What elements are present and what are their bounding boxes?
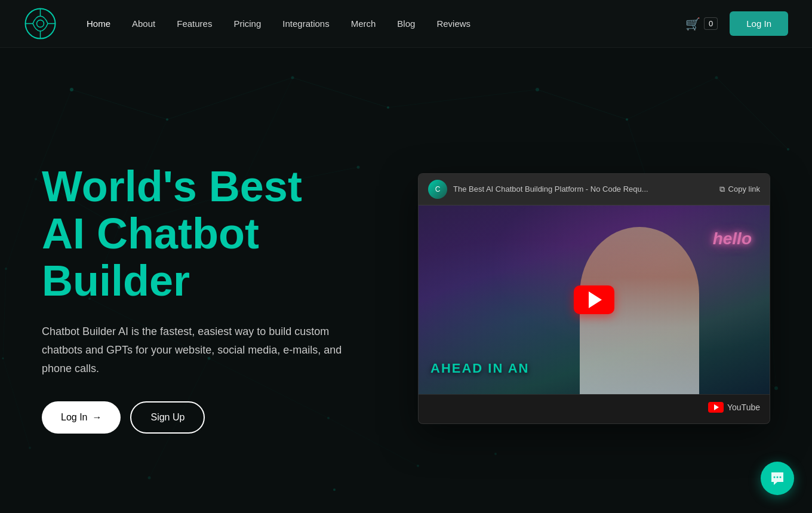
copy-link-button[interactable]: ⧉ Copy link: [719, 185, 760, 194]
hero-login-label: Log In: [61, 412, 87, 423]
hero-signup-button[interactable]: Sign Up: [130, 401, 205, 434]
svg-point-57: [774, 477, 776, 478]
video-header: C The Best AI Chatbot Building Platform …: [419, 174, 770, 205]
navbar: Home About Features Pricing Integrations…: [0, 0, 812, 48]
hero-title-line2: AI Chatbot: [42, 210, 259, 257]
hero-subtitle: Chatbot Builder AI is the fastest, easie…: [42, 322, 364, 377]
logo[interactable]: [24, 7, 57, 40]
arrow-icon: →: [92, 412, 102, 423]
hero-buttons: Log In → Sign Up: [42, 401, 364, 434]
nav-item-features[interactable]: Features: [177, 19, 212, 29]
hero-title: World's Best AI Chatbot Builder: [42, 163, 364, 305]
nav-item-integrations[interactable]: Integrations: [282, 19, 329, 29]
video-overlay-text: AHEAD IN AN: [430, 361, 529, 376]
video-footer: YouTube: [419, 394, 770, 420]
youtube-logo: YouTube: [708, 402, 760, 413]
overlay-before: AHEAD: [430, 361, 488, 376]
chat-widget-button[interactable]: [761, 462, 794, 495]
play-button[interactable]: [574, 285, 614, 314]
hero-content: World's Best AI Chatbot Builder Chatbot …: [42, 163, 364, 434]
youtube-icon: [708, 402, 724, 413]
hero-title-line1: World's Best: [42, 162, 302, 210]
svg-point-58: [777, 477, 779, 478]
nav-item-home[interactable]: Home: [87, 19, 110, 29]
hero-title-line3: Builder: [42, 257, 190, 305]
cart-icon: 🛒: [685, 17, 700, 31]
nav-item-about[interactable]: About: [132, 19, 155, 29]
svg-point-52: [37, 20, 44, 27]
hero-video-area: C The Best AI Chatbot Building Platform …: [418, 173, 770, 424]
overlay-highlight: IN: [488, 361, 503, 376]
svg-point-59: [780, 477, 782, 478]
nav-links: Home About Features Pricing Integrations…: [87, 19, 470, 29]
navbar-right: 🛒 0 Log In: [685, 11, 788, 36]
hero-login-button[interactable]: Log In →: [42, 401, 121, 434]
video-thumbnail: hello AHEAD IN AN: [419, 205, 770, 394]
play-triangle-icon: [589, 291, 602, 308]
nav-item-merch[interactable]: Merch: [351, 19, 376, 29]
copy-icon: ⧉: [719, 185, 725, 194]
video-scene: hello AHEAD IN AN: [419, 205, 770, 394]
neon-sign: hello: [713, 229, 752, 248]
navbar-login-button[interactable]: Log In: [730, 11, 788, 36]
cart-count: 0: [704, 17, 718, 30]
chat-icon: [769, 470, 786, 487]
video-container[interactable]: C The Best AI Chatbot Building Platform …: [418, 173, 770, 424]
nav-item-blog[interactable]: Blog: [397, 19, 415, 29]
nav-item-pricing[interactable]: Pricing: [233, 19, 261, 29]
video-title-text: The Best AI Chatbot Building Platform - …: [453, 185, 648, 193]
navbar-left: Home About Features Pricing Integrations…: [24, 7, 470, 40]
nav-item-reviews[interactable]: Reviews: [436, 19, 470, 29]
youtube-label: YouTube: [727, 403, 760, 412]
copy-link-label: Copy link: [728, 185, 760, 193]
video-title-row: C The Best AI Chatbot Building Platform …: [428, 180, 648, 199]
cart-button[interactable]: 🛒 0: [685, 17, 718, 31]
overlay-after: AN: [503, 361, 529, 376]
hero-section: World's Best AI Chatbot Builder Chatbot …: [0, 48, 812, 513]
youtube-play-icon: [714, 404, 719, 410]
channel-avatar: C: [428, 180, 447, 199]
